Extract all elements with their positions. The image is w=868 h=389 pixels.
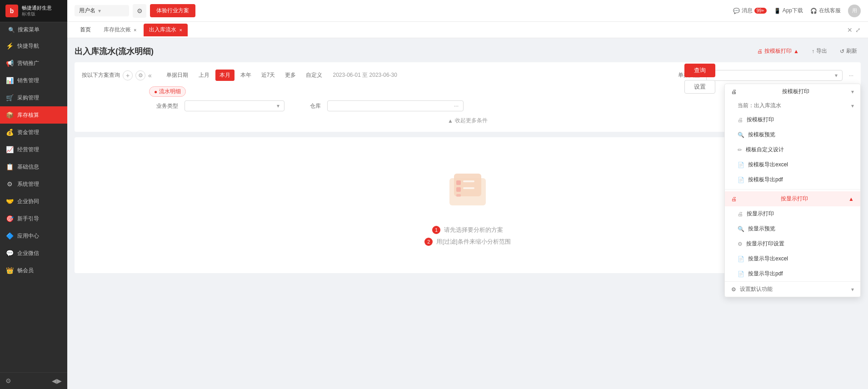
dp-template-print-header[interactable]: 🖨 按模板打印 ▾ [725,84,860,99]
settings-button[interactable]: 设置 [684,80,715,94]
date-btn-this-year[interactable]: 本年 [236,70,255,81]
business-type-label: 业务类型 [156,102,178,110]
warehouse-select[interactable]: ··· [327,100,464,111]
tag-icon: ● [154,89,157,95]
dp-display-preview-label: 按显示预览 [748,225,775,233]
sidebar-item-label: 新手引导 [17,215,39,223]
app-center-icon: 🔷 [5,232,14,240]
tag-label: 流水明细 [159,88,181,95]
dp-display-preview-item[interactable]: 🔍 按显示预览 [725,221,860,236]
export-icon: ↑ [812,48,814,55]
sidebar-logo: b 畅捷通好生意 标准版 [0,0,67,22]
tabs-bar: 首页 库存批次账 × 出入库流水 × ✕ ⤢ [67,22,868,38]
date-btn-this-month[interactable]: 本月 [215,70,234,81]
sidebar-item-purchase[interactable]: 🛒 采购管理 [0,89,67,106]
sidebar-item-label: 快捷导航 [17,42,39,50]
filter-collapse-icon[interactable]: « [148,72,152,79]
refresh-button[interactable]: ↺ 刷新 [836,45,861,57]
template-print-button[interactable]: 🖨 按模板打印 ▲ [753,45,803,57]
dp-print-icon: 🖨 [738,117,743,123]
dp-printer-icon: 🖨 [731,89,737,95]
doc-type-select[interactable]: ▾ [706,70,843,81]
dp-display-print-icon: 🖨 [738,211,743,217]
dp-template-customize-item[interactable]: ✏ 模板自定义设计 [725,142,860,157]
dp-template-print-item[interactable]: 🖨 按模板打印 [725,112,860,127]
sidebar-item-label: 企业协同 [17,198,39,205]
dp-display-print-header[interactable]: 🖨 按显示打印 ▲ [725,191,860,206]
gear-icon: ⚙ [137,7,143,15]
dp-display-preview-icon: 🔍 [738,226,744,232]
query-settings-area: 查询 设置 [684,64,715,94]
app-name: 畅捷通好生意 标准版 [22,5,52,17]
dp-template-preview-item[interactable]: 🔍 按模板预览 [725,127,860,142]
dp-template-export-pdf-item[interactable]: 📄 按模板导出pdf [725,172,860,187]
sidebar-item-system[interactable]: ⚙ 系统管理 [0,175,67,193]
sidebar-item-basic-info[interactable]: 📋 基础信息 [0,158,67,175]
enterprise-wechat-icon: 💬 [5,249,14,257]
sidebar-item-enterprise-wechat[interactable]: 💬 企业微信 [0,244,67,262]
dp-display-print-settings-item[interactable]: ⚙ 按显示打印设置 [725,236,860,251]
filter-tag-flow-detail[interactable]: ● 流水明细 [149,86,186,97]
tab-stock-flow-close-icon[interactable]: × [179,27,182,33]
settings-footer-icon[interactable]: ⚙ [5,377,11,384]
purchase-icon: 🛒 [5,94,14,102]
close-tab-icon[interactable]: ✕ [847,26,853,34]
business-type-select[interactable]: ▾ [185,100,284,111]
trial-industry-button[interactable]: 体验行业方案 [150,4,195,17]
dp-display-print-arrow-icon: ▲ [848,196,854,202]
sidebar-item-operations[interactable]: 📈 经营管理 [0,141,67,158]
template-print-dropdown: 🖨 按模板打印 ▾ 当前：出入库流水 ▾ 🖨 按模板打印 🔍 按模板预览 ✏ 模… [724,84,861,297]
maximize-tab-icon[interactable]: ⤢ [855,26,861,34]
sidebar: b 畅捷通好生意 标准版 🔍 搜索菜单 ⚡ 快捷导航 📢 营销推广 📊 销售管理… [0,0,67,389]
filter-settings-button[interactable]: ⚙ [135,70,145,80]
sidebar-item-finance[interactable]: 💰 资金管理 [0,124,67,141]
sidebar-item-vip[interactable]: 👑 畅会员 [0,262,67,279]
sidebar-item-sales[interactable]: 📊 销售管理 [0,72,67,89]
sidebar-item-label: 库存核算 [17,111,39,119]
dp-display-print-item[interactable]: 🖨 按显示打印 [725,206,860,221]
messages-button[interactable]: 💬 消息 99+ [733,7,767,15]
sidebar-item-marketing[interactable]: 📢 营销推广 [0,55,67,72]
dp-current-arrow-icon: ▾ [851,103,854,109]
dp-display-excel-icon: 📄 [738,256,744,262]
sidebar-item-inventory[interactable]: 📦 库存核算 [0,106,67,124]
business-type-filter: 业务类型 ▾ [156,100,284,111]
quick-nav-icon: ⚡ [5,42,14,50]
collapse-sidebar-icon[interactable]: ◀▶ [52,377,62,384]
sidebar-item-app-center[interactable]: 🔷 应用中心 [0,227,67,244]
dp-template-print-header-label: 按模板打印 [782,88,809,95]
date-btn-more[interactable]: 更多 [281,70,300,81]
refresh-icon: ↺ [840,48,844,55]
tab-inventory-batch[interactable]: 库存批次账 × [98,24,142,36]
dp-footer-settings[interactable]: ⚙ 设置默认功能 ▾ [725,281,860,297]
dp-display-export-pdf-item[interactable]: 📄 按显示导出pdf [725,266,860,281]
dp-display-export-excel-item[interactable]: 📄 按显示导出excel [725,251,860,266]
sidebar-search[interactable]: 🔍 搜索菜单 [0,22,67,37]
tab-stock-flow[interactable]: 出入库流水 × [144,24,187,36]
export-button[interactable]: ↑ 导出 [808,45,831,57]
tab-inventory-batch-close-icon[interactable]: × [134,27,136,33]
dp-template-export-pdf-label: 按模板导出pdf [748,176,783,184]
date-btn-last-month[interactable]: 上月 [195,70,214,81]
sidebar-item-quick-nav[interactable]: ⚡ 快捷导航 [0,37,67,55]
user-selector[interactable]: 用户名 ▾ [75,5,129,16]
sidebar-item-enterprise[interactable]: 🤝 企业协同 [0,193,67,210]
dp-current-label: 当前：出入库流水 [738,102,781,110]
date-btn-custom[interactable]: 自定义 [302,70,326,81]
user-avatar-button[interactable]: 用 [848,5,861,17]
dp-template-export-excel-item[interactable]: 📄 按模板导出excel [725,157,860,172]
tab-home[interactable]: 首页 [75,24,96,36]
doc-type-more-icon[interactable]: ··· [849,72,853,79]
app-download-button[interactable]: 📱 App下载 [774,7,803,15]
main-area: 用户名 ▾ ⚙ 体验行业方案 💬 消息 99+ 📱 App下载 🎧 在线客服 [67,0,868,389]
filter-add-button[interactable]: + [123,70,133,80]
query-button[interactable]: 查询 [684,64,715,77]
date-btn-7days[interactable]: 近7天 [257,70,279,81]
settings-gear-button[interactable]: ⚙ [133,4,146,18]
sidebar-item-newbie[interactable]: 🎯 新手引导 [0,210,67,227]
app-logo-icon: b [5,5,18,17]
svg-rect-3 [463,180,474,182]
filter-query-label: 按以下方案查询 [82,71,120,79]
customer-service-button[interactable]: 🎧 在线客服 [810,7,841,15]
messages-badge: 99+ [754,8,767,14]
